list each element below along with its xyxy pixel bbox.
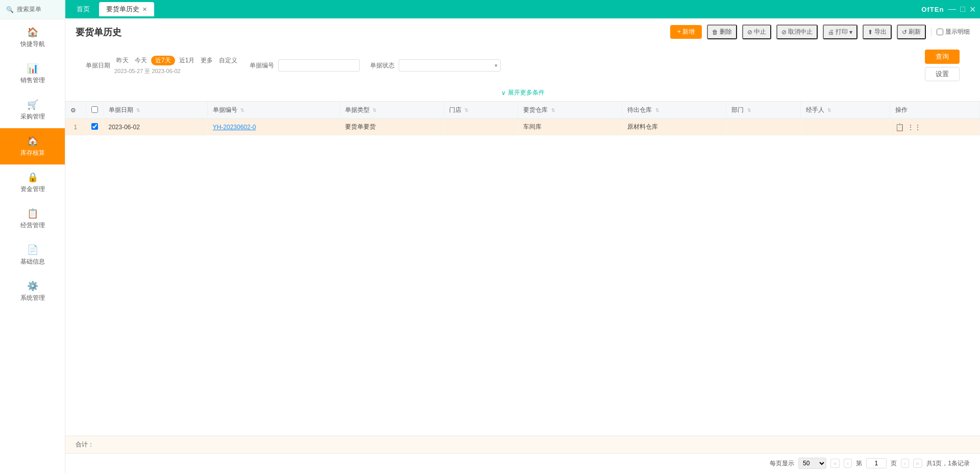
sort-type-icon: ⇅ [373, 108, 377, 113]
date-tab-1month[interactable]: 近1月 [177, 56, 197, 65]
th-req-warehouse[interactable]: 要货仓库 ⇅ [518, 102, 622, 119]
print-button[interactable]: 🖨 打印 ▾ [823, 25, 857, 39]
sort-pending-warehouse-icon: ⇅ [655, 108, 659, 113]
row-seq: 1 [65, 119, 86, 135]
sidebar-item-sales[interactable]: 📊 销售管理 [0, 56, 65, 92]
sidebar-item-operations[interactable]: 📋 经营管理 [0, 201, 65, 237]
quicknav-icon: 🏠 [27, 27, 38, 38]
tab-close-icon[interactable]: ✕ [142, 6, 147, 13]
last-page-button[interactable]: » [913, 459, 922, 468]
sidebar: 🔍 搜索菜单 🏠 快捷导航 📊 销售管理 🛒 采购管理 🏠 库存核算 🔒 资金管… [0, 0, 65, 473]
suspend-icon: ⊘ [747, 29, 752, 36]
delete-icon: 🗑 [712, 29, 718, 36]
sidebar-search[interactable]: 🔍 搜索菜单 [0, 0, 65, 19]
close-window-icon[interactable]: ✕ [969, 5, 976, 14]
toolbar: + 新增 🗑 删除 ⊘ 中止 ⊘ 取消中止 🖨 打 [670, 25, 970, 39]
sidebar-item-system[interactable]: ⚙️ 系统管理 [0, 273, 65, 310]
first-page-button[interactable]: « [830, 459, 840, 468]
date-filters: 昨天 今天 近7天 近1月 更多 自定义 2023-05-27 至 2023-0… [114, 56, 239, 75]
maximize-icon[interactable]: □ [960, 5, 965, 14]
delete-button[interactable]: 🗑 删除 [707, 25, 737, 39]
row-edit-icon[interactable]: 📋 [895, 123, 904, 131]
table-header-row: ⚙ 单据日期 ⇅ 单据编号 ⇅ [65, 102, 980, 119]
expand-more[interactable]: ∨ 展开更多条件 [86, 86, 960, 101]
date-tab-7days[interactable]: 近7天 [151, 56, 175, 65]
export-button[interactable]: ⬆ 导出 [863, 25, 892, 39]
per-page-select[interactable]: 50 10 20 100 [798, 458, 826, 469]
th-store[interactable]: 门店 ⇅ [444, 102, 518, 119]
date-tab-custom[interactable]: 自定义 [217, 56, 239, 65]
row-num-link[interactable]: YH-20230602-0 [213, 124, 256, 131]
th-type[interactable]: 单据类型 ⇅ [339, 102, 444, 119]
tab-home[interactable]: 首页 [69, 2, 97, 16]
th-date[interactable]: 单据日期 ⇅ [103, 102, 207, 119]
suspend-button[interactable]: ⊘ 中止 [742, 25, 771, 39]
print-icon: 🖨 [828, 29, 834, 36]
th-checkbox[interactable] [86, 102, 103, 119]
settings-button[interactable]: 设置 [925, 67, 960, 81]
row-more-icon[interactable]: ⋮⋮ [907, 123, 921, 131]
refresh-button[interactable]: ↺ 刷新 [897, 25, 926, 39]
th-handler[interactable]: 经手人 ⇅ [800, 102, 890, 119]
data-table: ⚙ 单据日期 ⇅ 单据编号 ⇅ [65, 102, 980, 135]
show-detail-input[interactable] [937, 29, 943, 35]
cancel-suspend-button[interactable]: ⊘ 取消中止 [776, 25, 818, 39]
content: 要货单历史 + 新增 🗑 删除 ⊘ 中止 ⊘ 取消中止 [65, 18, 980, 473]
row-checkbox[interactable] [86, 119, 103, 135]
summary-label: 合计： [76, 440, 94, 449]
sidebar-item-purchase-label: 采购管理 [20, 112, 45, 121]
sort-store-icon: ⇅ [464, 108, 469, 113]
page-title-row: 要货单历史 + 新增 🗑 删除 ⊘ 中止 ⊘ 取消中止 [76, 25, 970, 39]
main-area: 首页 要货单历史 ✕ OfTEn — □ ✕ 要货单历史 + 新增 🗑 删除 [65, 0, 980, 473]
th-pending-warehouse-label: 待出仓库 [627, 106, 652, 113]
prev-page-button[interactable]: ‹ [844, 459, 852, 468]
date-tabs: 昨天 今天 近7天 近1月 更多 自定义 [114, 56, 239, 65]
sidebar-item-quicknav[interactable]: 🏠 快捷导航 [0, 19, 65, 56]
tab-requisition[interactable]: 要货单历史 ✕ [99, 2, 154, 16]
date-tab-more[interactable]: 更多 [199, 56, 215, 65]
date-tab-today[interactable]: 今天 [133, 56, 149, 65]
th-actions-label: 操作 [895, 106, 908, 113]
refresh-label: 刷新 [909, 28, 921, 36]
select-all-checkbox[interactable] [91, 106, 98, 113]
filter-area: 单据日期 昨天 今天 近7天 近1月 更多 自定义 2023-05-27 至 2… [76, 44, 970, 101]
table-container[interactable]: ⚙ 单据日期 ⇅ 单据编号 ⇅ [65, 102, 980, 436]
page-header: 要货单历史 + 新增 🗑 删除 ⊘ 中止 ⊘ 取消中止 [65, 18, 980, 102]
status-filter-group: 单据状态 [370, 59, 501, 72]
docnum-input[interactable] [278, 59, 360, 72]
per-page-label: 每页显示 [770, 459, 794, 468]
sidebar-item-basic[interactable]: 📄 基础信息 [0, 237, 65, 273]
row-pending-warehouse: 原材料仓库 [622, 119, 726, 135]
row-num: YH-20230602-0 [207, 119, 339, 135]
sort-num-icon: ⇅ [240, 108, 244, 113]
sidebar-item-finance-label: 资金管理 [20, 185, 45, 194]
th-req-warehouse-label: 要货仓库 [523, 106, 548, 113]
sidebar-item-finance[interactable]: 🔒 资金管理 [0, 164, 65, 201]
th-pending-warehouse[interactable]: 待出仓库 ⇅ [622, 102, 726, 119]
th-num[interactable]: 单据编号 ⇅ [207, 102, 339, 119]
sort-department-icon: ⇅ [747, 108, 751, 113]
page-input[interactable] [866, 458, 887, 468]
table-body: 1 2023-06-02 YH-20230602-0 要货单要货 车间库 原材料… [65, 119, 980, 135]
row-department [726, 119, 800, 135]
sidebar-item-inventory-label: 库存核算 [20, 149, 45, 157]
sidebar-item-purchase[interactable]: 🛒 采购管理 [0, 92, 65, 128]
operations-icon: 📋 [27, 208, 38, 219]
date-tab-yesterday[interactable]: 昨天 [114, 56, 131, 65]
next-page-button[interactable]: › [901, 459, 909, 468]
search-icon: 🔍 [6, 6, 14, 13]
status-select[interactable] [399, 59, 501, 72]
expand-more-label: 展开更多条件 [508, 88, 545, 97]
system-icon: ⚙️ [27, 280, 38, 292]
sidebar-item-inventory[interactable]: 🏠 库存核算 [0, 128, 65, 164]
th-setting[interactable]: ⚙ [65, 102, 86, 119]
show-detail-checkbox[interactable]: 显示明细 [937, 28, 970, 36]
th-department[interactable]: 部门 ⇅ [726, 102, 800, 119]
query-button[interactable]: 查询 [925, 50, 960, 64]
new-button[interactable]: + 新增 [670, 25, 702, 39]
sales-icon: 📊 [27, 63, 38, 74]
minimize-icon[interactable]: — [948, 5, 956, 14]
sidebar-item-operations-label: 经营管理 [20, 221, 45, 230]
total-info: 共1页，1条记录 [926, 459, 970, 468]
cancel-suspend-label: 取消中止 [788, 28, 813, 36]
